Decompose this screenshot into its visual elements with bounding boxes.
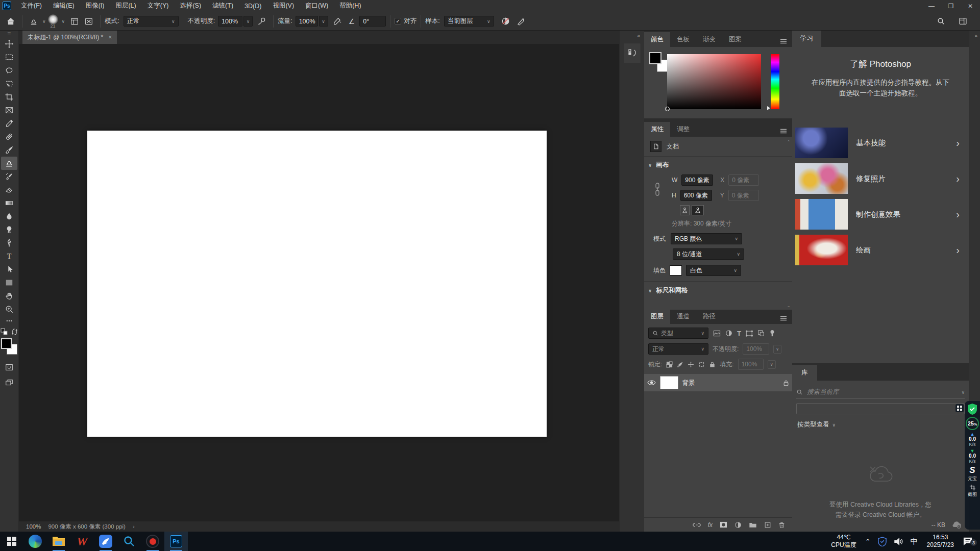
- clone-stamp-tool[interactable]: [1, 157, 17, 170]
- lock-position-icon[interactable]: [688, 361, 694, 368]
- zoom-tool[interactable]: [1, 303, 17, 316]
- history-brush-tool[interactable]: [1, 170, 17, 183]
- angle-input[interactable]: 0°: [359, 16, 386, 27]
- airbrush-icon[interactable]: [332, 16, 342, 26]
- tab-patterns[interactable]: 图案: [722, 32, 748, 47]
- flow-chevron[interactable]: ∨: [319, 16, 328, 27]
- brush-tool[interactable]: [1, 143, 17, 157]
- canvas-section-header[interactable]: ∨ 画布: [644, 157, 792, 171]
- bit-depth-select[interactable]: 8 位/通道∨: [673, 248, 744, 260]
- opacity-input[interactable]: 100%: [218, 16, 242, 27]
- move-tool[interactable]: [1, 37, 17, 51]
- tab-layers[interactable]: 图层: [644, 309, 670, 324]
- crop-tool[interactable]: [1, 90, 17, 104]
- lock-pixels-icon[interactable]: [677, 361, 683, 368]
- menu-select[interactable]: 选择(S): [174, 0, 207, 12]
- brush-picker-chevron[interactable]: ∨: [62, 19, 65, 24]
- default-colors-icon[interactable]: [1, 328, 8, 335]
- tab-channels[interactable]: 通道: [670, 309, 696, 324]
- path-selection-tool[interactable]: [1, 263, 17, 276]
- cpu-temperature[interactable]: 44℃ CPU温度: [826, 534, 861, 549]
- delete-layer-icon[interactable]: [778, 521, 785, 529]
- layers-panel-menu-icon[interactable]: [775, 313, 792, 324]
- close-button[interactable]: ✕: [961, 0, 980, 12]
- library-search-box[interactable]: 搜索当前库 ∨: [796, 386, 965, 399]
- toggle-brush-panel-icon[interactable]: [70, 17, 79, 26]
- filter-toggle-icon[interactable]: [769, 330, 775, 337]
- tab-properties[interactable]: 属性: [644, 122, 670, 137]
- tab-close-icon[interactable]: ×: [108, 34, 112, 41]
- fill-layers-input[interactable]: 100%: [738, 359, 764, 370]
- toolbar-grip[interactable]: ☰: [7, 31, 11, 37]
- rectangular-marquee-tool[interactable]: [1, 51, 17, 64]
- menu-help[interactable]: 帮助(H): [334, 0, 366, 12]
- menu-filter[interactable]: 滤镜(T): [207, 0, 239, 12]
- spot-healing-brush-tool[interactable]: [1, 130, 17, 143]
- notification-center-icon[interactable]: 3: [959, 537, 980, 546]
- tool-preset-icon[interactable]: [29, 17, 38, 26]
- menu-3d[interactable]: 3D(D): [239, 0, 267, 12]
- hand-tool[interactable]: [1, 289, 17, 303]
- color-mode-select[interactable]: RGB 颜色∨: [671, 233, 742, 244]
- layers-opacity-chevron[interactable]: ∨: [773, 345, 781, 354]
- layer-visibility-eye-icon[interactable]: [647, 380, 656, 386]
- security-shield-icon[interactable]: [967, 403, 978, 415]
- object-selection-tool[interactable]: [1, 77, 17, 90]
- lock-all-icon[interactable]: [709, 361, 716, 368]
- view-by-type-row[interactable]: 按类型查看 ∨: [797, 420, 964, 429]
- filter-adjustment-layers-icon[interactable]: [725, 330, 732, 337]
- new-layer-icon[interactable]: [764, 521, 771, 529]
- tutorial-card-retouch-photos[interactable]: 修复照片 ›: [795, 163, 966, 194]
- menu-edit[interactable]: 编辑(E): [47, 0, 80, 12]
- sync-disabled-cloud-icon[interactable]: [950, 521, 962, 529]
- thunder-download-icon[interactable]: [94, 532, 117, 551]
- opacity-pressure-icon[interactable]: [257, 16, 266, 26]
- tutorial-card-painting[interactable]: 绘画 ›: [795, 235, 966, 265]
- status-chevron[interactable]: ›: [133, 523, 135, 530]
- wps-office-icon[interactable]: W: [70, 532, 94, 551]
- properties-scroll-down[interactable]: ⌄: [786, 304, 791, 308]
- menu-type[interactable]: 文字(Y): [142, 0, 175, 12]
- canvas-x-input[interactable]: 0 像素: [728, 174, 759, 186]
- ime-indicator[interactable]: 中: [907, 537, 922, 546]
- filter-pixel-layers-icon[interactable]: [713, 330, 721, 337]
- rectangle-tool[interactable]: [1, 276, 17, 289]
- canvas-section-chevron[interactable]: ∨: [648, 163, 652, 168]
- home-icon[interactable]: [6, 17, 15, 26]
- tutorial-card-creative-effects[interactable]: 制作创意效果 ›: [795, 199, 966, 230]
- blend-mode-select[interactable]: 正常∨: [124, 16, 179, 27]
- screenshot-shortcut[interactable]: 截图: [968, 484, 977, 498]
- menu-layer[interactable]: 图层(L): [110, 0, 141, 12]
- canvas-fill-select[interactable]: 白色∨: [686, 265, 741, 276]
- portrait-orientation-button[interactable]: [680, 205, 690, 215]
- add-layer-mask-icon[interactable]: [720, 521, 727, 528]
- eraser-tool[interactable]: [1, 183, 17, 196]
- brush-settings-icon[interactable]: [84, 17, 93, 26]
- photoshop-taskbar-icon[interactable]: Ps: [164, 532, 188, 551]
- collapse-panels-icon[interactable]: »: [974, 33, 977, 39]
- lasso-tool[interactable]: [1, 64, 17, 77]
- workspace-switcher-icon[interactable]: [959, 17, 967, 26]
- maximize-button[interactable]: ❐: [941, 0, 961, 12]
- menu-window[interactable]: 窗口(W): [300, 0, 334, 12]
- tab-adjustments[interactable]: 调整: [670, 122, 696, 137]
- color-panel-menu-icon[interactable]: [775, 36, 792, 47]
- document-canvas[interactable]: [87, 131, 547, 437]
- edge-browser-icon[interactable]: [23, 532, 47, 551]
- rulers-grid-section-header[interactable]: ∨ 标尺和网格: [644, 282, 792, 299]
- swap-colors-icon[interactable]: [11, 329, 18, 335]
- hue-slider[interactable]: [771, 54, 779, 109]
- saturation-brightness-field[interactable]: [667, 54, 761, 109]
- link-layers-icon[interactable]: [693, 522, 701, 528]
- brush-preset-picker[interactable]: 21: [48, 14, 58, 28]
- properties-panel-menu-icon[interactable]: [775, 126, 792, 137]
- tool-preset-chevron[interactable]: ∨: [42, 19, 46, 24]
- canvas-pasteboard[interactable]: [19, 44, 619, 521]
- foreground-color-swatch[interactable]: [1, 338, 12, 349]
- tab-color[interactable]: 颜色: [644, 32, 670, 47]
- ignore-adjustment-icon[interactable]: [501, 16, 510, 26]
- start-button[interactable]: [0, 532, 23, 551]
- link-dimensions-icon[interactable]: [654, 183, 660, 196]
- blur-tool[interactable]: [1, 210, 17, 223]
- sample-select[interactable]: 当前图层∨: [444, 16, 494, 27]
